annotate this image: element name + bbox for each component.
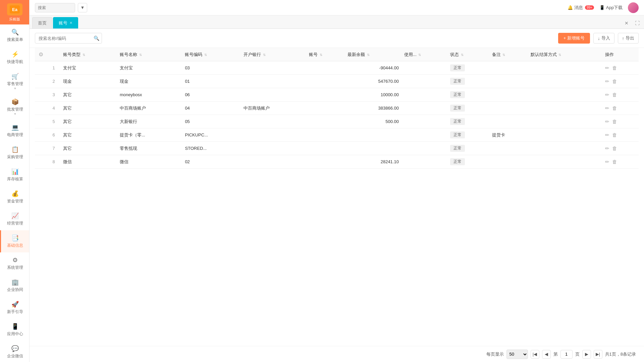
edit-icon[interactable]: ✏ [605,132,609,138]
sidebar-item-inventory[interactable]: 📊 库存核算 [0,164,29,186]
guide-icon: 🚀 [11,301,19,308]
messages-badge: 99+ [585,5,594,10]
app_center-icon: 📱 [11,323,19,330]
col-remark[interactable]: 备注 ⇅ [489,48,528,61]
edit-icon[interactable]: ✏ [605,105,609,111]
delete-icon[interactable]: 🗑 [612,92,617,98]
tab-account-close[interactable]: ✕ [69,21,72,25]
sidebar-item-label: 批发管理 [7,107,23,112]
delete-icon[interactable]: 🗑 [612,105,617,111]
page-first-button[interactable]: |◀ [531,350,539,359]
col-default-settlement[interactable]: 默认结算方式 ⇅ [528,48,603,61]
expand-icon: ▼ [14,87,17,90]
sidebar-item-label: 企业微信 [7,353,23,359]
dropdown-button[interactable]: ▼ [78,3,87,12]
status-badge: 正常 [450,105,465,112]
row-usage-cell [401,142,447,155]
row-remark-cell: 提货卡 [489,128,528,142]
tab-fullscreen-button[interactable]: ⛶ [633,19,641,27]
col-usage[interactable]: 使用... ⇅ [401,48,447,61]
sidebar-item-basic_info[interactable]: 📑 基础信息 [0,230,29,252]
download-icon: 📱 [599,5,605,10]
sidebar-item-enterprise[interactable]: 🏢 企业协同 [0,275,29,297]
user-avatar[interactable] [628,2,639,13]
row-settings-cell [35,102,47,115]
col-settings[interactable]: ⚙ [35,48,47,61]
add-account-button[interactable]: + 新增账号 [558,33,590,44]
inventory-icon: 📊 [11,168,19,175]
col-name[interactable]: 账号名称 ⇅ [117,48,182,61]
edit-icon[interactable]: ✏ [605,119,609,125]
table-row: 8 微信 微信 02 28241.10 正常 ✏ 🗑 [35,155,639,169]
delete-icon[interactable]: 🗑 [612,119,617,124]
page-number-input[interactable] [560,350,573,359]
row-account-no-cell [306,142,345,155]
row-usage-cell [401,115,447,128]
page-last-button[interactable]: ▶| [594,350,602,359]
messages-button[interactable]: 🔔 消息 99+ [568,5,594,11]
tab-account[interactable]: 账号 ✕ [53,17,78,28]
row-type-cell: 微信 [60,155,117,169]
page-label: 第 [553,351,558,357]
row-default-settlement-cell [528,142,603,155]
row-num-cell: 2 [47,75,60,88]
delete-icon[interactable]: 🗑 [612,65,617,71]
edit-icon[interactable]: ✏ [605,159,609,165]
sidebar-item-app_center[interactable]: 📱 应用中心 [0,319,29,341]
search-icon: 🔍 [94,36,99,41]
col-status[interactable]: 状态 ⇅ [447,48,489,61]
col-balance[interactable]: 最新余额 ⇅ [345,48,401,61]
table-row: 2 现金 现金 01 547670.00 正常 ✏ 🗑 [35,75,639,88]
page-next-button[interactable]: ▶ [582,350,591,359]
export-button[interactable]: ↑ 导出 [618,33,639,44]
ecommerce-icon: 💻 [11,124,19,131]
page-size-select[interactable]: 50 100 200 [506,350,528,359]
tab-close-all-button[interactable]: ✕ [623,19,631,27]
delete-icon[interactable]: 🗑 [612,159,617,165]
sidebar-item-corp_wechat[interactable]: 💬 企业微信 [0,341,29,362]
table-row: 7 其它 零售抵现 STORED... 正常 ✏ 🗑 [35,142,639,155]
row-code-cell: 03 [182,61,241,75]
header-search-input[interactable] [35,3,75,12]
row-status-cell: 正常 [447,88,489,102]
sidebar-item-wholesale[interactable]: 📦 批发管理 ▼ [0,94,29,120]
corp_wechat-icon: 💬 [11,345,19,352]
sidebar-item-finance[interactable]: 💰 资金管理 [0,186,29,208]
sidebar-item-shortcuts[interactable]: ⚡ 快捷导航 [0,47,29,69]
sidebar-item-purchase[interactable]: 📋 采购管理 [0,142,29,164]
sidebar-item-search[interactable]: 🔍 搜索菜单 [0,24,29,47]
row-balance-cell: 10000.00 [345,88,401,102]
page-prev-button[interactable]: ◀ [542,350,551,359]
import-button[interactable]: ↓ 导入 [593,33,614,44]
edit-icon[interactable]: ✏ [605,65,609,71]
col-type[interactable]: 账号类型 ⇅ [60,48,117,61]
delete-icon[interactable]: 🗑 [612,132,617,138]
table-row: 3 其它 moneybosx 06 10000.00 正常 ✏ 🗑 [35,88,639,102]
row-default-settlement-cell [528,88,603,102]
row-balance-cell: -90444.00 [345,61,401,75]
col-code[interactable]: 账号编码 ⇅ [182,48,241,61]
tab-home[interactable]: 首页 [32,17,52,28]
row-usage-cell [401,61,447,75]
row-action-cell: ✏ 🗑 [602,128,639,142]
delete-icon[interactable]: 🗑 [612,78,617,84]
edit-icon[interactable]: ✏ [605,145,609,152]
edit-icon[interactable]: ✏ [605,78,609,84]
col-account-no[interactable]: 账号 ⇅ [306,48,345,61]
account-search-input[interactable] [35,33,102,44]
col-bank[interactable]: 开户银行 ⇅ [241,48,306,61]
sidebar-item-guide[interactable]: 🚀 新手引导 [0,297,29,319]
export-icon: ↑ [622,36,625,41]
row-code-cell: 05 [182,115,241,128]
row-action-cell: ✏ 🗑 [602,102,639,115]
sidebar-item-operations[interactable]: 📈 经营管理 [0,208,29,230]
app-logo[interactable]: Ea 乐账版 [0,0,29,24]
row-bank-cell [241,155,306,169]
sidebar-item-retail[interactable]: 🛒 零售管理 ▼ [0,69,29,94]
export-label: 导出 [626,35,634,41]
sidebar-item-ecommerce[interactable]: 💻 电商管理 [0,120,29,142]
edit-icon[interactable]: ✏ [605,92,609,98]
delete-icon[interactable]: 🗑 [612,145,617,151]
sidebar-item-system[interactable]: ⚙ 系统管理 [0,252,29,275]
download-button[interactable]: 📱 App下载 [599,5,623,11]
